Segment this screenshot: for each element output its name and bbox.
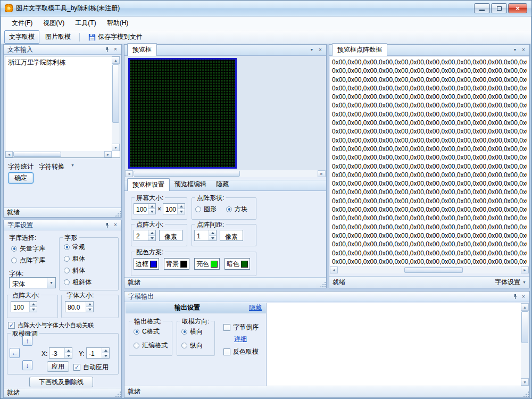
radio-asm-format[interactable]	[134, 343, 139, 348]
invert-checkbox[interactable]	[223, 348, 230, 355]
close-panel-button[interactable]: ×	[519, 293, 528, 301]
radio-shape-square[interactable]	[226, 206, 232, 212]
tab-preview-frame[interactable]: 预览框	[127, 43, 157, 56]
resize-grip[interactable]	[115, 391, 121, 397]
nudge-down-button[interactable]: ↓	[22, 360, 32, 370]
spin-down-button[interactable]	[148, 209, 155, 214]
vscroll-thumb[interactable]	[521, 311, 528, 343]
hscroll-thumb[interactable]	[404, 267, 463, 273]
image-mode-button[interactable]: 图片取模	[40, 30, 76, 44]
detail-link[interactable]: 详细	[234, 335, 247, 344]
combo-dropdown-button[interactable]: ▼	[47, 278, 55, 288]
chevron-down-icon[interactable]: ▼	[71, 163, 74, 167]
resize-grip[interactable]	[320, 281, 326, 287]
minimize-button[interactable]	[474, 3, 490, 13]
panel-menu-button[interactable]: ▼	[511, 46, 519, 54]
close-panel-button[interactable]: ×	[111, 221, 120, 229]
font-size-spinner[interactable]: 80.0	[65, 301, 94, 312]
hscroll-thumb[interactable]	[13, 152, 61, 157]
radio-vertical[interactable]	[181, 343, 187, 348]
spin-up-button[interactable]	[148, 204, 155, 209]
spin-up-button[interactable]	[65, 348, 72, 353]
radio-style-italic[interactable]	[64, 268, 70, 273]
apply-button[interactable]: 应用	[47, 361, 69, 372]
spin-down-button[interactable]	[178, 209, 185, 214]
menu-view[interactable]: 视图(V)	[38, 16, 70, 30]
swatch-background-color[interactable]: 背景	[164, 258, 189, 270]
spin-up-button[interactable]	[86, 302, 93, 307]
radio-shape-circle[interactable]	[195, 206, 201, 212]
scroll-left-button[interactable]: ◄	[330, 267, 338, 273]
spin-down-button[interactable]	[86, 307, 93, 312]
spin-down-button[interactable]	[65, 353, 72, 358]
vscroll-thumb[interactable]	[112, 64, 119, 123]
scroll-up-button[interactable]: ▲	[521, 303, 529, 311]
byte-reverse-checkbox[interactable]	[223, 324, 230, 331]
radio-style-regular[interactable]	[64, 244, 70, 250]
scroll-right-button[interactable]: ►	[318, 170, 326, 177]
font-family-select[interactable]: 宋体 ▼	[9, 277, 56, 288]
preview-dot-size-spinner[interactable]: 2	[134, 230, 156, 241]
auto-apply-checkbox[interactable]: ✓	[73, 364, 80, 371]
pin-button[interactable]	[103, 46, 111, 54]
preview-hscrollbar[interactable]: ◄ ►	[125, 170, 326, 177]
tab-preview-settings[interactable]: 预览框设置	[127, 178, 170, 191]
menu-help[interactable]: 帮助(H)	[102, 16, 134, 30]
scroll-down-button[interactable]: ▼	[521, 378, 529, 386]
dot-gap-spinner[interactable]: 1	[194, 230, 217, 241]
spin-up-button[interactable]	[30, 302, 37, 307]
pin-button[interactable]	[103, 221, 111, 229]
close-panel-button[interactable]: ×	[316, 46, 325, 54]
maximize-button[interactable]	[491, 3, 507, 13]
spin-down-button[interactable]	[209, 236, 216, 240]
radio-horizontal[interactable]	[181, 329, 187, 335]
text-vscrollbar[interactable]: ▲ ▼	[112, 56, 120, 151]
scroll-left-button[interactable]: ◄	[125, 170, 133, 177]
radio-bitmap-font[interactable]	[11, 257, 17, 263]
close-button[interactable]: ×	[508, 3, 527, 13]
spin-down-button[interactable]	[102, 353, 109, 358]
auto-link-checkbox[interactable]: ✓	[8, 322, 15, 329]
spin-up-button[interactable]	[102, 348, 109, 353]
tab-preview-edit[interactable]: 预览框编辑	[170, 178, 211, 190]
resize-grip[interactable]	[523, 391, 529, 397]
spin-down-button[interactable]	[148, 236, 155, 240]
scroll-right-button[interactable]: ►	[104, 151, 112, 157]
text-input-area[interactable]: 浙江万里学院陈利栋 ▲ ▼ ◄ ►	[5, 56, 120, 158]
font-settings-dropdown[interactable]: 字体设置 ▼	[495, 278, 526, 287]
tab-matrix-data[interactable]: 预览框点阵数据	[332, 43, 387, 56]
swatch-dark-color[interactable]: 暗色	[225, 258, 250, 270]
matrix-hscrollbar[interactable]: ◄ ►	[330, 267, 529, 273]
hide-link[interactable]: 隐藏	[249, 303, 262, 312]
scroll-down-button[interactable]: ▼	[112, 144, 120, 151]
preview-dot-matrix[interactable]	[128, 58, 237, 169]
radio-style-bold-italic[interactable]	[64, 279, 70, 285]
nudge-left-button[interactable]: ←	[10, 348, 20, 358]
tab-char-convert[interactable]: 字符转换	[39, 162, 64, 171]
scroll-right-button[interactable]: ►	[521, 267, 529, 273]
swatch-border-color[interactable]: 边框	[134, 258, 159, 270]
screen-width-spinner[interactable]: 100	[134, 203, 156, 214]
nudge-up-button[interactable]: ↑	[22, 336, 32, 346]
spin-up-button[interactable]	[209, 230, 216, 236]
dot-size-spinner[interactable]: 100	[11, 301, 37, 312]
radio-c-format[interactable]	[134, 329, 139, 335]
title-bar[interactable]: 图片文字取模工具_by陈利栋(未注册) ×	[1, 1, 531, 16]
save-font-button[interactable]: 保存字模到文件	[84, 30, 147, 44]
text-hscrollbar[interactable]: ◄ ►	[5, 151, 112, 157]
y-offset-spinner[interactable]: -1	[86, 347, 110, 359]
close-panel-button[interactable]: ×	[519, 46, 528, 54]
tab-char-stats[interactable]: 字符统计	[8, 162, 34, 171]
spin-up-button[interactable]	[178, 204, 185, 209]
pin-button[interactable]	[511, 293, 519, 301]
menu-file[interactable]: 文件(F)	[6, 16, 38, 30]
scroll-left-button[interactable]: ◄	[5, 151, 13, 157]
radio-style-bold[interactable]	[64, 256, 70, 262]
radio-vector-font[interactable]	[11, 246, 17, 252]
menu-tools[interactable]: 工具(T)	[70, 16, 101, 30]
close-panel-button[interactable]: ×	[111, 46, 120, 54]
resize-grip[interactable]	[115, 211, 121, 217]
underline-strike-button[interactable]: 下画线及删除线	[29, 377, 93, 387]
hscroll-thumb[interactable]	[134, 171, 240, 177]
tab-hide[interactable]: 隐藏	[211, 178, 234, 190]
